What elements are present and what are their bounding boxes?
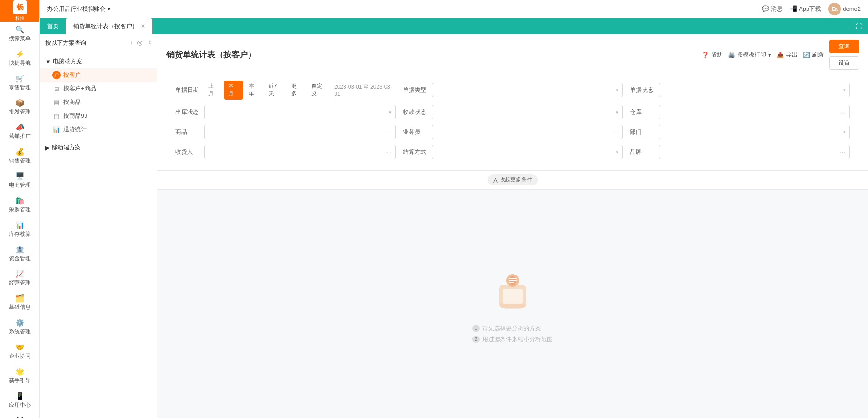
- tab-home-label: 首页: [47, 22, 59, 30]
- collapse-panel-icon[interactable]: 《: [145, 39, 151, 47]
- goods-control[interactable]: ···: [204, 125, 396, 139]
- date-btn-more[interactable]: 更多: [287, 81, 305, 100]
- finance-icon: 🏦: [15, 245, 24, 254]
- mobile-group-arrow-icon: ▶: [45, 144, 50, 151]
- scheme-by-customer-goods[interactable]: ⊞ 按客户+商品: [40, 82, 157, 95]
- tab-home[interactable]: 首页: [40, 18, 66, 34]
- sidebar-item-enterprise[interactable]: 🤝 企业协同: [0, 339, 39, 364]
- collapse-btn[interactable]: ⋀ 收起更多条件: [488, 174, 538, 185]
- sidebar-item-marketing[interactable]: 📣 营销推广: [0, 119, 39, 144]
- salesperson-label: 业务员: [403, 128, 428, 136]
- desktop-group-header[interactable]: ▼ 电脑端方案: [40, 55, 157, 68]
- mobile-group-label: 移动端方案: [52, 143, 81, 152]
- brand-control[interactable]: ···: [659, 145, 850, 159]
- scheme-by-goods[interactable]: ▤ 按商品: [40, 95, 157, 109]
- help-label: 帮助: [711, 51, 722, 59]
- scheme-by-goods-label: 按商品: [63, 98, 81, 106]
- date-btn-7days[interactable]: 近7天: [264, 81, 285, 100]
- tab-minimize-icon[interactable]: —: [841, 21, 852, 32]
- date-btn-custom[interactable]: 自定义: [307, 81, 330, 100]
- sidebar-item-ecommerce-label: 电商管理: [9, 181, 31, 189]
- avatar: Ea: [828, 3, 841, 15]
- filter-department: 部门 ▾: [630, 125, 850, 139]
- enterprise-icon: 🤝: [15, 343, 24, 352]
- sidebar-item-finance[interactable]: 🏦 资金管理: [0, 242, 39, 266]
- collapse-row: ⋀ 收起更多条件: [157, 171, 868, 190]
- sidebar-item-inventory[interactable]: 📊 库存核算: [0, 217, 39, 242]
- filter-row-1: 单据日期 上月 本月 本年 近7天 更多 自定义 2023-03-01 至 20…: [175, 81, 850, 100]
- refresh-btn[interactable]: 🔄 刷新: [803, 51, 824, 59]
- setting-btn[interactable]: 设置: [829, 56, 859, 70]
- query-btn[interactable]: 查询: [829, 40, 859, 53]
- industry-selector[interactable]: 办公用品行业模拟账套 ▾: [47, 5, 111, 13]
- sidebar-item-retail[interactable]: 🛒 零售管理: [0, 71, 39, 95]
- page-title-row: 销货单统计表（按客户） ❓ 帮助 🖨️ 按模板打印 ▾ 📤: [166, 40, 859, 70]
- sidebar-item-search[interactable]: 🔍 搜索菜单: [0, 22, 39, 46]
- salesperson-control[interactable]: ···: [432, 125, 623, 139]
- add-scheme-icon[interactable]: ＋: [128, 39, 134, 47]
- user-area[interactable]: Ea demo2: [828, 3, 861, 15]
- status-arrow-icon: ▾: [843, 87, 846, 93]
- export-icon: 📤: [777, 52, 784, 58]
- filter-type: 单据类型 ▾: [403, 83, 623, 97]
- status-control[interactable]: ▾: [659, 83, 850, 97]
- scheme-by-goods99-label: 按商品99: [63, 112, 87, 120]
- filter-receiver: 收货人 ···: [175, 145, 396, 159]
- filter-warehouse: 仓库 ···: [630, 105, 850, 119]
- salesperson-dots-icon: ···: [613, 129, 619, 136]
- appstore-icon: 📱: [15, 392, 24, 400]
- scheme-return-stats[interactable]: 📊 退货统计: [40, 123, 157, 136]
- filter-settlement: 结算方式 ▾: [403, 145, 623, 159]
- department-control[interactable]: ▾: [659, 125, 850, 139]
- help-btn[interactable]: ❓ 帮助: [702, 51, 722, 59]
- receive-status-control[interactable]: ▾: [432, 105, 623, 119]
- sidebar-item-wholesale[interactable]: 📦 批发管理: [0, 95, 39, 119]
- sidebar-item-operation[interactable]: 📈 经营管理: [0, 266, 39, 290]
- date-btn-last-month[interactable]: 上月: [204, 81, 222, 100]
- search-icon: 🔍: [15, 25, 24, 34]
- logo-icon: 畅: [13, 0, 27, 14]
- warehouse-label: 仓库: [630, 108, 655, 116]
- export-btn[interactable]: 📤 导出: [777, 51, 797, 59]
- tab-sales-stats[interactable]: 销货单统计表（按客户） ✕: [66, 18, 152, 34]
- type-label: 单据类型: [403, 86, 428, 94]
- message-btn[interactable]: 💬 消息: [762, 5, 783, 13]
- receive-status-arrow-icon: ▾: [616, 109, 618, 115]
- sidebar-item-purchase[interactable]: 🛍️ 采购管理: [0, 193, 39, 217]
- app-download-btn[interactable]: 📲 App下载: [790, 5, 821, 13]
- sidebar-item-retail-label: 零售管理: [9, 84, 31, 91]
- print-btn[interactable]: 🖨️ 按模板打印 ▾: [728, 51, 771, 59]
- sidebar-item-guide[interactable]: 🌟 新手引导: [0, 364, 39, 388]
- warehouse-control[interactable]: ···: [659, 105, 850, 119]
- left-panel: 按以下方案查询 ＋ ◎ 《 ▼ 电脑端方案 户 按客户 ⊞ 按客: [40, 34, 157, 418]
- settlement-control[interactable]: ▾: [432, 145, 623, 159]
- sidebar-item-basic[interactable]: 🗂️ 基础信息: [0, 290, 39, 315]
- type-control[interactable]: ▾: [432, 83, 623, 97]
- operation-icon: 📈: [15, 270, 24, 278]
- goods-dots-icon: ···: [385, 129, 392, 136]
- scheme-by-customer[interactable]: 户 按客户: [40, 68, 157, 82]
- sidebar-item-system[interactable]: ⚙️ 系统管理: [0, 315, 39, 339]
- sidebar-item-ecommerce[interactable]: 🖥️ 电商管理: [0, 168, 39, 193]
- by-customer-icon: 户: [52, 71, 61, 79]
- settings-scheme-icon[interactable]: ◎: [137, 39, 142, 47]
- sidebar-item-sales[interactable]: 💰 销售管理: [0, 144, 39, 168]
- date-btn-this-month[interactable]: 本月: [224, 81, 242, 100]
- close-tab-icon[interactable]: ✕: [141, 23, 145, 29]
- sidebar-item-guide-label: 新手引导: [9, 377, 31, 385]
- sidebar-item-shortcuts[interactable]: ⚡ 快捷导航: [0, 46, 39, 71]
- topbar-left: 办公用品行业模拟账套 ▾: [47, 5, 111, 13]
- sidebar-item-wechat[interactable]: 💬 企业微信: [0, 413, 39, 418]
- date-btn-this-year[interactable]: 本年: [245, 81, 263, 100]
- scheme-by-goods99[interactable]: ▤ 按商品99: [40, 109, 157, 123]
- sidebar-item-appstore[interactable]: 📱 应用中心: [0, 388, 39, 413]
- filter-area: 单据日期 上月 本月 本年 近7天 更多 自定义 2023-03-01 至 20…: [166, 75, 859, 170]
- receiver-control[interactable]: ···: [204, 145, 396, 159]
- app-download-label: App下载: [799, 5, 821, 13]
- marketing-icon: 📣: [15, 123, 24, 132]
- scheme-return-stats-label: 退货统计: [63, 125, 87, 133]
- mobile-group-header[interactable]: ▶ 移动端方案: [40, 141, 157, 154]
- tab-maximize-icon[interactable]: ⛶: [854, 21, 864, 32]
- type-arrow-icon: ▾: [616, 87, 618, 93]
- out-status-control[interactable]: ▾: [204, 105, 396, 119]
